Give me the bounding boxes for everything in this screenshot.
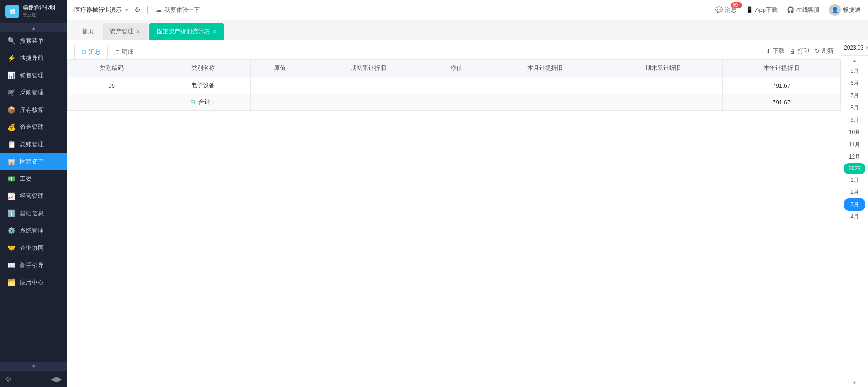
sidebar-item-quick-nav[interactable]: ⚡ 快捷导航 (0, 50, 67, 67)
tab-home[interactable]: 首页 (74, 23, 101, 40)
customer-service-label: 在线客服 (796, 6, 820, 14)
collapse-sidebar-icon[interactable]: ◀▶ (51, 375, 62, 383)
cell-acc-dep (309, 77, 427, 94)
sidebar-item-finance[interactable]: 💰 资金管理 (0, 119, 67, 136)
month-4[interactable]: 4月 (841, 211, 868, 223)
company-selector[interactable]: 医疗器械行业演示 ▼ (74, 6, 129, 14)
experience-icon: ☁ (156, 6, 162, 13)
sub-tab-detail[interactable]: ≡ 明细 (109, 45, 140, 59)
month-12[interactable]: 12月 (841, 151, 868, 163)
month-6[interactable]: 6月 (841, 77, 868, 89)
refresh-button[interactable]: ↻ 刷新 (815, 47, 833, 55)
avatar: 👤 (829, 4, 841, 16)
total-end-acc-dep (604, 94, 722, 111)
scroll-up-arrow: ▲ (31, 25, 36, 30)
settings-gear-icon[interactable]: ⚙ (5, 375, 12, 383)
month-2[interactable]: 2月 (841, 186, 868, 198)
customer-service-button[interactable]: 🎧 在线客服 (787, 6, 820, 14)
page-content: ⊙ 汇总 ≡ 明细 ⬇ 下载 🖨 打印 (67, 40, 841, 387)
company-name: 医疗器械行业演示 (74, 6, 122, 14)
month-1[interactable]: 1月 (841, 174, 868, 186)
sidebar-item-inventory[interactable]: 📦 库存核算 (0, 101, 67, 119)
year-2023[interactable]: 2023 (844, 163, 865, 174)
col-header-annual-dep: 本年计提折旧 (722, 60, 840, 77)
total-label-cell: ⊞ 合计： (156, 94, 251, 111)
refresh-label: 刷新 (822, 47, 833, 55)
sidebar-item-ledger[interactable]: 📋 总账管理 (0, 136, 67, 153)
panel-scroll-down[interactable]: ▼ (841, 378, 868, 387)
app-title-block: 畅捷通好业财 普及版 (23, 5, 55, 18)
sidebar-item-fixed-assets[interactable]: 🏢 固定资产 (0, 153, 67, 170)
topbar-right: 💬 消息 99+ 📱 App下载 🎧 在线客服 👤 畅捷通 (715, 4, 861, 16)
sub-tab-summary-label: 汇总 (89, 48, 101, 56)
sidebar-item-system[interactable]: ⚙️ 系统管理 (0, 222, 67, 239)
sub-tab-summary[interactable]: ⊙ 汇总 (74, 45, 108, 59)
purchase-icon: 🛒 (7, 89, 15, 97)
sidebar-item-basic-info[interactable]: ℹ️ 基础信息 (0, 205, 67, 222)
sidebar-header: 畅 畅捷通好业财 普及版 (0, 0, 67, 23)
summary-icon: ⊙ (81, 48, 87, 55)
sidebar-item-label: 系统管理 (20, 227, 44, 235)
inventory-icon: 📦 (7, 106, 15, 114)
operations-icon: 📈 (7, 192, 15, 200)
sidebar-scroll-up[interactable]: ▲ (0, 23, 67, 32)
panel-close-button[interactable]: ✕ (863, 43, 868, 53)
sidebar-item-operations[interactable]: 📈 经营管理 (0, 188, 67, 205)
month-10[interactable]: 10月 (841, 126, 868, 139)
system-icon: ⚙️ (7, 227, 15, 235)
messages-button[interactable]: 💬 消息 99+ (715, 6, 737, 14)
total-annual-dep: 791.67 (722, 94, 840, 111)
cell-annual-dep: 791.67 (722, 77, 840, 94)
month-8[interactable]: 8月 (841, 102, 868, 114)
col-header-acc-dep: 期初累计折旧 (309, 60, 427, 77)
sidebar-item-payroll[interactable]: 💵 工资 (0, 170, 67, 188)
panel-scroll-up[interactable]: ▲ (841, 56, 868, 65)
tab-asset-mgmt[interactable]: 资产管理 ✕ (103, 23, 148, 40)
tab-asset-mgmt-close[interactable]: ✕ (136, 29, 140, 35)
month-7[interactable]: 7月 (841, 89, 868, 102)
topbar-settings-icon[interactable]: ⚙ (134, 5, 141, 14)
sidebar-item-label: 资金管理 (20, 123, 44, 131)
month-11[interactable]: 11月 (841, 139, 868, 151)
app-download-button[interactable]: 📱 App下载 (746, 6, 778, 14)
user-profile[interactable]: 👤 畅捷通 (829, 4, 861, 16)
sidebar-item-enterprise[interactable]: 🤝 企业协同 (0, 239, 67, 257)
month-9[interactable]: 9月 (841, 114, 868, 126)
tab-asset-mgmt-label: 资产管理 (110, 27, 134, 35)
month-5[interactable]: 5月 (841, 65, 868, 77)
sidebar-item-label: 总账管理 (20, 140, 44, 149)
depreciation-table: 类别编码 类别名称 原值 期初累计折旧 净值 本月计提折旧 期末累计折旧 本年计… (67, 59, 841, 111)
download-button[interactable]: ⬇ 下载 (766, 47, 784, 55)
sidebar-item-label: 搜索菜单 (20, 37, 44, 45)
sidebar-item-guide[interactable]: 📖 新手引导 (0, 257, 67, 274)
sidebar-item-app-center[interactable]: 🗂️ 应用中心 (0, 274, 67, 291)
total-monthly-dep (486, 94, 604, 111)
panel-controls: ✕ ⤢ (863, 43, 868, 53)
sidebar: 畅 畅捷通好业财 普及版 ▲ 🔍 搜索菜单 ⚡ 快捷导航 📊 销售管理 🛒 采购… (0, 0, 67, 387)
col-header-code: 类别编码 (68, 60, 156, 77)
sidebar-item-sales[interactable]: 📊 销售管理 (0, 67, 67, 84)
search-icon: 🔍 (7, 37, 15, 45)
tabs-bar: 首页 资产管理 ✕ 固定资产折旧统计表 ✕ (67, 20, 868, 40)
experience-button[interactable]: ☁ 我要体验一下 (156, 6, 200, 14)
topbar: 医疗器械行业演示 ▼ ⚙ | ☁ 我要体验一下 💬 消息 99+ 📱 App下载… (67, 0, 868, 20)
sidebar-item-search[interactable]: 🔍 搜索菜单 (0, 32, 67, 50)
toolbar: ⬇ 下载 🖨 打印 ↻ 刷新 (759, 43, 841, 59)
cell-net-value (427, 77, 486, 94)
total-original (251, 94, 309, 111)
tab-depreciation-report[interactable]: 固定资产折旧统计表 ✕ (149, 23, 224, 40)
sidebar-item-label: 应用中心 (20, 278, 44, 287)
app-center-icon: 🗂️ (7, 278, 15, 287)
table-row: 05 电子设备 791.67 (68, 77, 841, 94)
tab-home-label: 首页 (82, 27, 94, 35)
messages-icon: 💬 (715, 6, 723, 13)
print-button[interactable]: 🖨 打印 (790, 47, 809, 55)
print-icon: 🖨 (790, 48, 796, 55)
month-3[interactable]: 3月 (844, 198, 865, 211)
sub-tab-detail-label: 明细 (122, 48, 134, 56)
sidebar-item-purchase[interactable]: 🛒 采购管理 (0, 84, 67, 101)
sidebar-scroll-down[interactable]: ▼ (0, 362, 67, 371)
tab-depreciation-close[interactable]: ✕ (213, 29, 217, 35)
col-header-end-acc-dep: 期末累计折旧 (604, 60, 722, 77)
content-area: ⊙ 汇总 ≡ 明细 ⬇ 下载 🖨 打印 (67, 40, 868, 387)
